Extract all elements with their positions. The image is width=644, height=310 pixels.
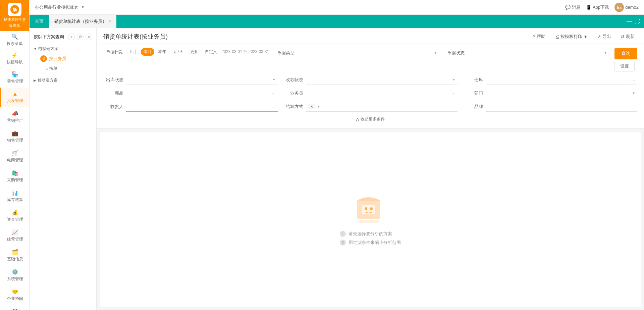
staff-dots-icon: ···: [451, 91, 455, 96]
sidebar-item-sales[interactable]: 💼 销售管理: [0, 127, 29, 147]
empty-state: 1 请先选择要分析的方案 2 用过滤条件来缩小分析范围: [100, 132, 641, 307]
sidebar-item-ecommerce[interactable]: 🛒 电商管理: [0, 147, 29, 166]
settlement-label: 结算方式: [283, 104, 303, 110]
logo-icon: 畅: [8, 3, 21, 16]
app-download-button[interactable]: 📱 App下载: [586, 4, 609, 10]
collapse-button[interactable]: ⋀ 收起更多条件: [354, 114, 387, 124]
wholesale-icon: ▲: [12, 91, 18, 97]
sidebar-item-shortcut[interactable]: ⚡ 快捷导航: [0, 49, 29, 68]
date-tab-last7[interactable]: 近7天: [170, 48, 186, 56]
export-button[interactable]: ↗ 导出: [594, 32, 614, 41]
account-selector-text[interactable]: 办公用品行业模拟账套: [35, 4, 78, 10]
filter-area: 单据日期 上月 本月 本年 近7天 更多 自定义 2023-03-01 至 20…: [97, 44, 644, 128]
date-tabs: 上月 本月 本年 近7天 更多 自定义: [126, 48, 220, 56]
scheme-item-by-staff[interactable]: 员 按业务员: [30, 53, 96, 64]
left-panel-title: 按以下方案查询: [34, 34, 64, 40]
sidebar-item-wholesale[interactable]: ▲ 批发管理: [0, 88, 29, 107]
logo-text: 畅捷通好生意: [4, 17, 26, 22]
warehouse-dots-icon: ···: [631, 77, 635, 83]
consignee-dots-icon: ···: [272, 104, 276, 109]
sidebar-item-inventory[interactable]: 📊 库存核算: [0, 186, 29, 206]
receive-status-select[interactable]: ▼: [306, 75, 458, 85]
report-tab-label: 销货单统计表（按业务员）: [54, 18, 107, 24]
left-panel: 按以下方案查询 + ⚙ « ▼ 电脑端方案 员 按业务员 ≡ 按: [30, 28, 97, 310]
refresh-button[interactable]: ↺ 刷新: [618, 32, 637, 41]
warehouse-input[interactable]: ···: [486, 75, 637, 85]
dept-select[interactable]: ▼: [486, 88, 637, 98]
print-button[interactable]: 🖨 按模板打印 ▼: [552, 32, 590, 41]
out-status-select[interactable]: ▼: [126, 75, 278, 85]
date-tab-this-year[interactable]: 本年: [156, 48, 169, 56]
date-filter: 上月 本月 本年 近7天 更多 自定义 2023-03-01 至 2023-03…: [126, 48, 269, 56]
staff-input[interactable]: ···: [306, 88, 458, 98]
order-type-label: 单据类型: [274, 50, 294, 56]
tab-close-icon[interactable]: ×: [109, 19, 111, 24]
sidebar-item-retail[interactable]: 🏪 零售管理: [0, 68, 29, 88]
query-button[interactable]: 查询: [614, 48, 637, 59]
sidebar-item-finance[interactable]: 💰 资金管理: [0, 206, 29, 226]
product-input[interactable]: ···: [126, 88, 278, 98]
help-button[interactable]: ? 帮助: [530, 32, 548, 41]
message-button[interactable]: 💬 消息: [565, 4, 581, 10]
sidebar-item-newbie[interactable]: 🎯 新手引导: [0, 305, 29, 310]
top-header-left: 办公用品行业模拟账套 ▼: [35, 4, 85, 10]
collapse-panel-button[interactable]: «: [86, 34, 92, 40]
sidebar-item-label: 销售管理: [7, 138, 23, 143]
tab-report[interactable]: 销货单统计表（按业务员） ×: [49, 15, 116, 28]
tab-home[interactable]: 首页: [30, 15, 49, 28]
tab-maximize-icon[interactable]: ⛶: [635, 18, 640, 24]
sidebar-item-purchase[interactable]: 🛍️ 采购管理: [0, 166, 29, 186]
date-tab-last-month[interactable]: 上月: [126, 48, 140, 56]
receive-status-chevron-icon: ▼: [452, 78, 455, 82]
operations-icon: 📈: [12, 229, 18, 236]
brand-input[interactable]: ···: [486, 102, 637, 112]
settlement-select[interactable]: × ▼: [306, 102, 458, 112]
empty-illustration: [350, 191, 390, 224]
sidebar-item-label: 基础信息: [7, 256, 23, 262]
svg-rect-3: [362, 205, 375, 214]
sidebar-logo[interactable]: 畅 畅捷通好生意 标准版: [0, 0, 29, 31]
order-type-select[interactable]: ▼: [297, 48, 439, 58]
date-range-text: 2023-03-01 至 2023-03-31: [222, 49, 269, 55]
shortcut-icon: ⚡: [11, 52, 18, 58]
scheme-group-pc-header[interactable]: ▼ 电脑端方案: [30, 44, 96, 53]
scheme-active-icon: 员: [40, 55, 47, 62]
scheme-settings-button[interactable]: ⚙: [77, 34, 84, 40]
consignee-input[interactable]: ···: [126, 102, 278, 112]
sidebar-item-marketing[interactable]: 📣 营销推广: [0, 107, 29, 127]
add-scheme-button[interactable]: +: [68, 34, 75, 40]
sales-icon: 💼: [12, 130, 18, 137]
top-header-right: 💬 消息 📱 App下载 Ea demo2: [565, 3, 639, 12]
report-header: 销货单统计表(按业务员) ? 帮助 🖨 按模板打印 ▼ ↗ 导出: [97, 28, 644, 44]
app-download-label: App下载: [593, 4, 609, 10]
svg-point-4: [365, 207, 367, 210]
out-status-chevron-icon: ▼: [272, 78, 276, 82]
scheme-group-mobile-header[interactable]: ▶ 移动端方案: [30, 76, 96, 85]
scheme-sub-item-by-order[interactable]: ≡ 按单: [30, 64, 96, 73]
sidebar-item-search[interactable]: 🔍 搜索菜单: [0, 31, 29, 49]
scheme-group-pc-label: 电脑端方案: [38, 46, 58, 52]
refresh-icon: ↺: [621, 34, 625, 39]
ecommerce-icon: 🛒: [12, 150, 18, 156]
sidebar-item-system[interactable]: ⚙️ 系统管理: [0, 265, 29, 285]
staff-label: 业务员: [283, 90, 303, 96]
user-name: demo2: [625, 5, 639, 10]
svg-text:畅: 畅: [13, 7, 17, 12]
tab-minimize-icon[interactable]: —: [627, 18, 632, 24]
order-status-select[interactable]: ▼: [467, 48, 609, 58]
sidebar-item-label: 系统管理: [7, 276, 23, 282]
user-profile[interactable]: Ea demo2: [614, 3, 639, 12]
tab-bar: 首页 销货单统计表（按业务员） × — ⛶: [30, 15, 644, 28]
date-tab-this-month[interactable]: 本月: [141, 48, 154, 56]
sidebar-item-enterprise[interactable]: 🤝 企业协同: [0, 285, 29, 305]
date-tab-more[interactable]: 更多: [187, 48, 201, 56]
warehouse-label: 仓库: [463, 77, 483, 83]
print-dropdown-icon[interactable]: ▼: [583, 34, 588, 39]
sidebar-item-operations[interactable]: 📈 经营管理: [0, 226, 29, 246]
scheme-group-pc: ▼ 电脑端方案 员 按业务员 ≡ 按单: [30, 43, 96, 74]
settings-button[interactable]: 设置: [614, 61, 635, 71]
sidebar-item-basic[interactable]: 🗂️ 基础信息: [0, 246, 29, 265]
date-tab-custom[interactable]: 自定义: [202, 48, 220, 56]
sidebar-item-label: 采购管理: [7, 177, 23, 183]
account-dropdown-icon[interactable]: ▼: [81, 5, 85, 9]
